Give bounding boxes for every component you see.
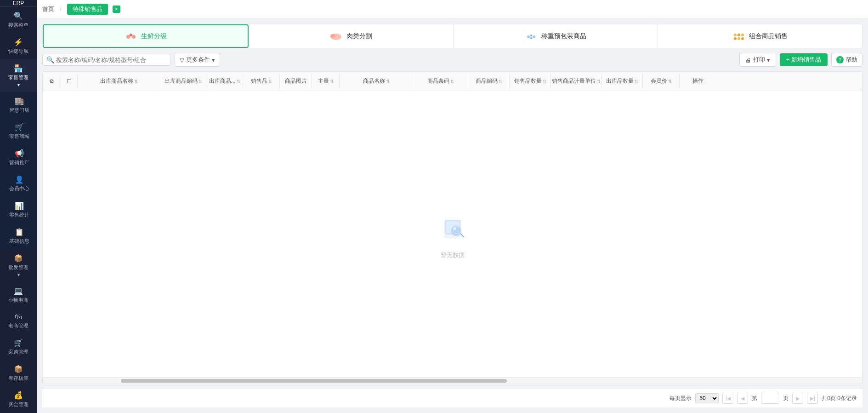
th-saleitem[interactable]: 销售品 ⇅	[243, 74, 280, 89]
print-label: 打印	[753, 56, 765, 64]
scrollbar-thumb[interactable]	[121, 379, 507, 383]
svg-point-14	[741, 37, 744, 40]
sidebar-item-purchase-mgmt[interactable]: 🛒 采购管理	[0, 334, 37, 360]
sidebar-item-label: 采购管理	[8, 349, 28, 356]
prev-page-btn[interactable]: ◀	[737, 393, 748, 404]
next-page-btn[interactable]: ▶	[792, 393, 803, 404]
sidebar-item-label: 零售管理	[8, 74, 28, 81]
sidebar-item-label: 零售统计	[9, 212, 29, 218]
th-saleqty[interactable]: 销售品数量 ⇅	[510, 74, 551, 89]
sort-icon: ⇅	[499, 79, 502, 84]
sidebar-item-quick-nav[interactable]: ⚡ 快捷导航	[0, 33, 37, 59]
sidebar-item-wholesale-mgmt[interactable]: 📦 批发管理 ▾	[0, 249, 37, 282]
empty-state: 暂无数据	[43, 91, 862, 377]
quick-nav-icon: ⚡	[14, 38, 23, 46]
toolbar-right: 🖨 打印 ▾ + 新增销售品 ? 帮助	[739, 53, 862, 67]
page-unit: 页	[783, 395, 789, 402]
svg-point-7	[533, 35, 535, 38]
th-goodsname[interactable]: 商品名称 ⇅	[340, 74, 413, 89]
breadcrumb-home[interactable]: 首页	[42, 5, 54, 13]
sidebar-item-mini-ecom[interactable]: 💻 小畅电商	[0, 282, 37, 308]
first-page-btn[interactable]: |◀	[722, 393, 733, 404]
chevron-down-icon: ▾	[212, 57, 215, 63]
filter-button[interactable]: ▽ 更多条件 ▾	[175, 53, 220, 67]
sidebar-item-finance[interactable]: 💰 资金管理	[0, 386, 37, 413]
last-page-btn[interactable]: ▶|	[807, 393, 818, 404]
sidebar-item-smart-store[interactable]: 🏬 智慧门店	[0, 92, 37, 118]
th-outname[interactable]: 出库商品名称 ⇅	[78, 74, 160, 89]
horizontal-scrollbar[interactable]	[43, 377, 862, 384]
search-box[interactable]: 🔍	[42, 54, 171, 66]
print-button[interactable]: 🖨 打印 ▾	[739, 53, 776, 67]
sidebar: ERP 🔍 搜索菜单 ⚡ 快捷导航 🏪 零售管理 ▾ 🏬 智慧门店 🛒 零售商城…	[0, 0, 37, 413]
sort-icon: ⇅	[543, 79, 546, 84]
breadcrumb-active-tab[interactable]: 特殊销售品	[67, 4, 108, 15]
sidebar-item-label: 零售商城	[9, 133, 29, 140]
sidebar-item-sales-promo[interactable]: 📢 营销推广	[0, 144, 37, 171]
table-container: ⚙ ☐ 出库商品名称 ⇅ 出库商品编码 ⇅ 出库商品... ⇅	[42, 71, 862, 384]
retail-mgmt-icon: 🏪	[14, 64, 23, 73]
sidebar-item-label: 电商管理	[8, 322, 28, 329]
th-goodscode-label: 商品编码	[476, 77, 498, 85]
sort-icon: ⇅	[134, 79, 138, 84]
sort-icon: ⇅	[386, 79, 390, 84]
sidebar-item-retail-mgmt[interactable]: 🏪 零售管理 ▾	[0, 59, 37, 92]
sidebar-item-inventory[interactable]: 📦 库存核算	[0, 360, 37, 386]
empty-illustration	[434, 209, 471, 246]
sidebar-item-retail-stats[interactable]: 📊 零售统计	[0, 197, 37, 223]
th-outsku[interactable]: 出库商品... ⇅	[206, 74, 243, 89]
sidebar-item-retail-mall[interactable]: 🛒 零售商城	[0, 118, 37, 144]
svg-point-8	[530, 37, 532, 39]
sort-icon: ⇅	[330, 79, 334, 84]
help-label: 帮助	[845, 56, 857, 64]
chevron-down-icon: ▾	[17, 82, 20, 87]
svg-point-13	[738, 37, 740, 40]
tab-weight-pack[interactable]: 称重预包装商品	[454, 24, 658, 48]
th-saleunit[interactable]: 销售商品计量单位 ⇅	[551, 74, 601, 89]
page-size-select[interactable]: 50 10 20 100	[695, 393, 719, 403]
meat-cut-icon	[329, 31, 343, 41]
th-saleunit-label: 销售商品计量单位	[552, 77, 596, 85]
sidebar-item-label: 资金管理	[8, 401, 28, 408]
toolbar-left: 🔍 ▽ 更多条件 ▾	[42, 53, 220, 67]
tab-meat-cut[interactable]: 肉类分割	[249, 24, 453, 48]
svg-point-2	[132, 35, 136, 39]
sidebar-item-label: 小畅电商	[8, 297, 28, 304]
mini-ecom-icon: 💻	[14, 287, 23, 295]
empty-text: 暂无数据	[441, 251, 465, 259]
svg-point-10	[738, 34, 740, 36]
th-outcode[interactable]: 出库商品编码 ⇅	[160, 74, 206, 89]
tab-fresh-grade[interactable]: 生鲜分级	[43, 24, 249, 48]
th-memberprice[interactable]: 会员价 ⇅	[643, 74, 680, 89]
svg-point-9	[734, 34, 737, 36]
add-button[interactable]: + 新增销售品	[780, 53, 828, 66]
th-saleqty-label: 销售品数量	[514, 77, 542, 85]
tab-row: 生鲜分级 肉类分割	[42, 24, 862, 48]
svg-point-0	[126, 35, 130, 39]
sidebar-item-search-menu[interactable]: 🔍 搜索菜单	[0, 7, 37, 33]
th-main-label: 主量	[318, 77, 329, 85]
th-outqty[interactable]: 出库品数量 ⇅	[601, 74, 643, 89]
th-main[interactable]: 主量 ⇅	[312, 74, 340, 89]
app-logo: ERP	[0, 0, 37, 7]
tab-combo-sale-label: 组合商品销售	[749, 32, 788, 40]
th-goodscode[interactable]: 商品编码 ⇅	[468, 74, 510, 89]
th-outsku-label: 出库商品...	[209, 77, 236, 85]
th-barcode-label: 商品条码	[427, 77, 449, 85]
sidebar-item-ecom-mgmt[interactable]: 🛍 电商管理	[0, 308, 37, 334]
th-check[interactable]: ☐	[61, 75, 78, 88]
sidebar-item-label: 快捷导航	[8, 48, 28, 55]
sidebar-item-member-center[interactable]: 👤 会员中心	[0, 171, 37, 197]
tab-combo-sale[interactable]: 组合商品销售	[658, 24, 862, 48]
search-input[interactable]	[56, 57, 167, 63]
th-settings[interactable]: ⚙	[43, 75, 61, 88]
th-barcode[interactable]: 商品条码 ⇅	[413, 74, 468, 89]
sidebar-item-basic-info[interactable]: 📋 基础信息	[0, 223, 37, 249]
sort-icon: ⇅	[635, 79, 638, 84]
page-input[interactable]: 1	[761, 393, 779, 404]
filter-label: 更多条件	[186, 56, 210, 64]
combo-sale-icon	[732, 31, 745, 41]
tab-close-btn[interactable]: ×	[113, 6, 120, 13]
th-img[interactable]: 商品图片	[280, 74, 312, 89]
help-button[interactable]: ? 帮助	[831, 53, 862, 67]
